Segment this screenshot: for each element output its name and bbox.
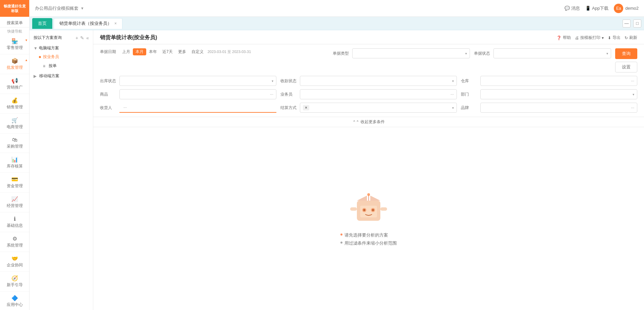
sidebar-item-purchase[interactable]: 🛍 采购管理 <box>0 134 29 153</box>
sidebar-item-apps[interactable]: 🔷 应用中心 <box>0 292 29 310</box>
app-logo: 畅捷通好生意标版 <box>0 0 29 17</box>
user-menu[interactable]: Ea demo2 <box>614 4 639 13</box>
guide-icon: 🧭 <box>11 275 18 281</box>
sidebar: 畅捷通好生意标版 搜索菜单 快捷导航 🏪 零售管理 ▼ 📦 批发管理 ▲ 📢 营… <box>0 0 30 310</box>
settlement-select[interactable]: × ▾ <box>300 103 457 113</box>
goods-input[interactable]: ··· <box>119 89 276 99</box>
help-btn[interactable]: ❓ 帮助 <box>556 35 571 41</box>
company-dropdown-icon[interactable]: ▾ <box>81 6 84 11</box>
download-icon: 📱 <box>585 6 591 11</box>
sidebar-item-retail[interactable]: 🏪 零售管理 ▼ <box>0 35 29 54</box>
filter-receiver-group: 收货人 ··· <box>100 103 276 113</box>
tab-home-label: 首页 <box>38 20 47 27</box>
sidebar-item-enterprise[interactable]: 🤝 企业协同 <box>0 252 29 272</box>
chevron-down-icon: ▾ <box>633 93 634 96</box>
date-btn-7days[interactable]: 近7天 <box>160 48 175 55</box>
page-title: 销货单统计表(按业务员) <box>100 34 157 41</box>
scheme-group-pc-header[interactable]: ▼ 电脑端方案 <box>30 44 93 52</box>
date-btn-this-year[interactable]: 本年 <box>146 48 160 55</box>
help-icon: ❓ <box>556 36 561 40</box>
svg-rect-7 <box>380 207 387 211</box>
sidebar-item-label: 资金管理 <box>7 183 23 189</box>
sidebar-search-section[interactable]: 搜索菜单 <box>0 17 29 28</box>
sidebar-item-label: 应用中心 <box>7 302 23 308</box>
scheme-group-pc: ▼ 电脑端方案 按业务员 ≡ 按单 <box>30 44 93 70</box>
svg-point-9 <box>367 193 370 196</box>
tab-bar: 首页 销货单统计表（按业务员） × — □ <box>30 17 644 30</box>
avatar: Ea <box>614 4 623 13</box>
sidebar-item-sales[interactable]: 💰 销售管理 <box>0 94 29 114</box>
messages-label: 消息 <box>571 5 580 11</box>
add-scheme-btn[interactable]: + <box>75 35 78 41</box>
brand-dots: ··· <box>631 105 634 110</box>
message-icon: 💬 <box>565 6 570 11</box>
doc-type-label: 单据类型 <box>333 51 350 56</box>
sidebar-item-marketing[interactable]: 📢 营销推广 <box>0 74 29 94</box>
print-btn[interactable]: 🖨 按模板打印 ▾ <box>575 35 604 41</box>
brand-input[interactable]: ··· <box>480 103 637 113</box>
warehouse-dots: ··· <box>631 79 634 83</box>
empty-illustration <box>348 189 389 227</box>
date-label: 单据日期 <box>100 49 117 55</box>
collapse-label: 收起更多条件 <box>361 119 385 125</box>
sidebar-item-system[interactable]: ⚙ 系统管理 <box>0 232 29 252</box>
expand-icon: ▼ <box>25 39 28 42</box>
chevron-down-icon: ▾ <box>465 52 467 55</box>
date-btn-last-month[interactable]: 上月 <box>119 48 133 55</box>
filter-goods-group: 商品 ··· <box>100 89 276 99</box>
tab-home[interactable]: 首页 <box>32 18 52 29</box>
salesperson-input[interactable]: ··· <box>300 89 457 99</box>
sidebar-item-finance[interactable]: 💳 资金管理 <box>0 173 29 193</box>
collapse-panel-btn[interactable]: « <box>86 35 89 41</box>
tab-sales-stats[interactable]: 销货单统计表（按业务员） × <box>54 18 122 29</box>
payment-status-select[interactable]: ▾ <box>300 76 457 86</box>
query-btn[interactable]: 查询 <box>615 48 637 59</box>
scheme-item-order[interactable]: ≡ 按单 <box>30 61 93 70</box>
avatar-text: Ea <box>616 6 621 11</box>
doc-status-select[interactable]: ▾ <box>493 48 611 58</box>
date-btn-this-month[interactable]: 本月 <box>133 48 146 55</box>
doc-type-select[interactable]: ▾ <box>352 48 470 58</box>
warehouse-input[interactable]: ··· <box>480 76 637 86</box>
scheme-item-salesperson[interactable]: 按业务员 <box>30 52 93 61</box>
settlement-tag-close[interactable]: × <box>305 105 307 110</box>
hint-1-text: 请先选择要分析的方案 <box>344 232 388 238</box>
department-select[interactable]: ▾ <box>480 89 637 99</box>
sidebar-item-inventory[interactable]: 📊 库存核算 <box>0 153 29 173</box>
sidebar-item-basic-info[interactable]: ℹ 基础信息 <box>0 212 29 232</box>
filter-doc-status-group: 单据状态 ▾ <box>474 48 611 58</box>
sidebar-item-ecommerce[interactable]: 🛒 电商管理 <box>0 114 29 134</box>
sidebar-item-operations[interactable]: 📈 经营管理 <box>0 193 29 212</box>
tab-close-btn[interactable]: × <box>114 21 117 26</box>
print-icon: 🖨 <box>575 36 579 40</box>
setting-btn[interactable]: 设置 <box>615 62 637 72</box>
stock-status-select[interactable]: ▾ <box>119 76 276 86</box>
export-btn[interactable]: ⬇ 导出 <box>608 35 621 41</box>
print-dropdown-icon: ▾ <box>602 36 604 40</box>
collapse-bar[interactable]: ⌃⌃ 收起更多条件 <box>93 117 644 127</box>
date-btn-custom[interactable]: 自定义 <box>189 48 206 55</box>
stock-status-label: 出库状态 <box>100 78 117 84</box>
app-download-label: App下载 <box>592 5 608 11</box>
date-btn-more[interactable]: 更多 <box>175 48 189 55</box>
page-header: 销货单统计表(按业务员) ❓ 帮助 🖨 按模板打印 ▾ ⬇ 导出 <box>93 30 644 44</box>
sidebar-item-guide[interactable]: 🧭 新手引导 <box>0 272 29 292</box>
refresh-btn[interactable]: ↻ 刷新 <box>625 35 637 41</box>
payment-status-label: 收款状态 <box>280 78 297 84</box>
receiver-input[interactable]: ··· <box>119 103 276 113</box>
scheme-group-mobile-header[interactable]: ▶ 移动端方案 <box>30 72 93 80</box>
tab-minimize-btn[interactable]: — <box>623 19 631 28</box>
app-download-btn[interactable]: 📱 App下载 <box>585 5 608 11</box>
sidebar-item-wholesale[interactable]: 📦 批发管理 ▲ <box>0 54 29 74</box>
sidebar-item-label: 经营管理 <box>7 203 23 209</box>
hint-2-text: 用过滤条件来缩小分析范围 <box>344 240 397 246</box>
sidebar-item-label: 营销推广 <box>7 85 23 90</box>
wholesale-icon: 📦 <box>11 58 18 64</box>
salesperson-label: 业务员 <box>280 92 297 97</box>
department-label: 部门 <box>461 92 478 97</box>
panel-header-label: 按以下方案查询 <box>34 35 62 41</box>
messages-btn[interactable]: 💬 消息 <box>565 5 580 11</box>
edit-scheme-btn[interactable]: ✎ <box>80 35 84 41</box>
scheme-item-label: 按业务员 <box>43 54 59 60</box>
tab-maximize-btn[interactable]: □ <box>633 19 641 28</box>
